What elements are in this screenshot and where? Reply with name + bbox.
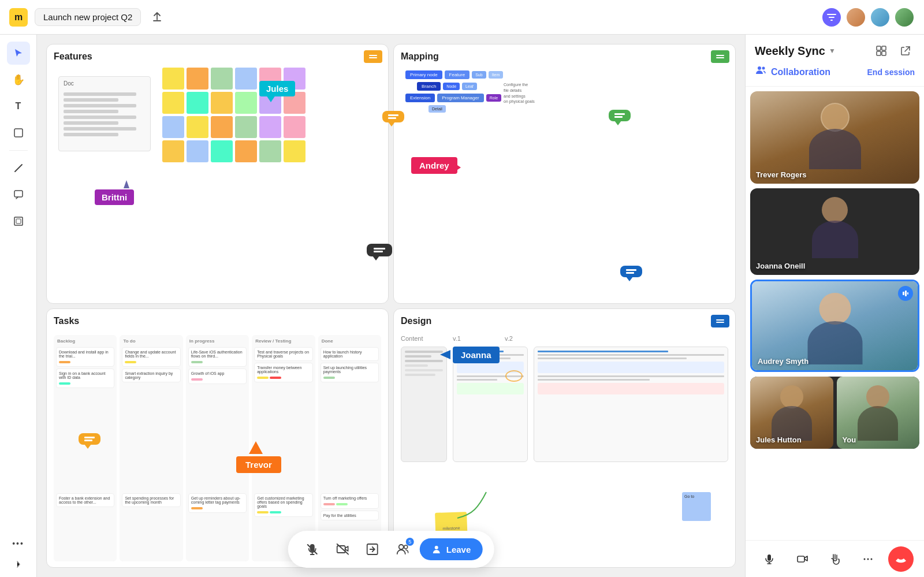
video-tile-jules: Jules Hutton (750, 377, 833, 449)
tool-sticky[interactable] (7, 121, 30, 144)
tool-text[interactable]: T (7, 95, 30, 118)
andrey-arrow-right (454, 163, 461, 172)
design-v1-label: v.1 (453, 335, 499, 342)
sticky-note (235, 92, 257, 114)
toolbar-collapse[interactable] (14, 559, 23, 570)
you-body (858, 406, 898, 441)
column-header: In progress (188, 337, 247, 345)
map-text: Configure the file details and settings … (504, 82, 561, 105)
svg-point-28 (870, 558, 872, 560)
design-sticky-blue: Go to (682, 492, 711, 521)
column-header: Review / Testing (254, 337, 312, 345)
map-node: Extension (405, 94, 435, 102)
mapping-title: Mapping (401, 51, 728, 62)
joanna-head (822, 197, 848, 223)
tool-pen[interactable] (7, 157, 30, 180)
panel-camera-button[interactable] (789, 546, 815, 572)
audrey-person (807, 293, 862, 364)
joanna-cursor: Joanna (453, 347, 500, 363)
kanban-card: Change and update account fields in the.… (122, 347, 180, 367)
trever-name: Trever Rogers (756, 170, 806, 179)
user-avatar-2[interactable] (870, 7, 891, 28)
design-title: Design (401, 316, 728, 326)
camera-button[interactable] (330, 537, 355, 562)
user-avatar-3[interactable] (894, 7, 915, 28)
bubble-tail (614, 121, 621, 125)
filter-avatar[interactable] (821, 7, 842, 28)
trevor-arrow (249, 441, 263, 454)
kanban-card: Set up launching utilities payments (321, 363, 379, 382)
design-squiggle (440, 486, 498, 521)
svg-point-19 (762, 67, 765, 70)
end-session-button[interactable]: End session (867, 68, 915, 77)
avatar-group (821, 7, 915, 28)
map-node: Feature (445, 70, 470, 79)
bubble-tail (388, 122, 395, 126)
user-avatar-1[interactable] (845, 7, 866, 28)
tool-select[interactable] (7, 42, 30, 65)
sticky-note (187, 68, 208, 90)
features-title: Features (54, 51, 381, 62)
design-section: Design Content v.1 v.2 (393, 308, 736, 568)
panel-end-call-button[interactable] (888, 546, 914, 572)
map-node: Leaf (462, 83, 477, 90)
share-button[interactable] (360, 537, 385, 562)
bubble-tail (372, 256, 379, 260)
sticky-note (211, 92, 233, 114)
column-header: To do (122, 337, 180, 345)
tasks-title: Tasks (54, 316, 381, 326)
panel-mic-button[interactable] (757, 546, 782, 572)
svg-rect-21 (905, 291, 907, 296)
jules-label: Jules (259, 81, 295, 96)
chat-bubble-3 (367, 244, 392, 256)
features-menu[interactable] (364, 50, 382, 63)
speaking-indicator (898, 286, 913, 301)
mic-button[interactable] (300, 537, 325, 562)
design-v1-col (453, 347, 528, 462)
kanban-card: Smart extraction inquiry by category (122, 368, 180, 382)
chat-bubble-1 (382, 111, 404, 122)
svg-point-26 (863, 558, 865, 560)
map-node: Branch (417, 82, 441, 91)
tool-frame[interactable] (7, 210, 30, 233)
joanna-name: Joanna (461, 350, 491, 360)
bubble-tail (84, 444, 91, 449)
left-toolbar: ✋ T ••• (0, 35, 37, 577)
panel-hand-button[interactable] (822, 546, 848, 572)
brittni-cursor: Brittni (95, 189, 134, 205)
svg-point-18 (758, 66, 761, 70)
joanna-label: Joanna (453, 347, 500, 363)
andrey-label: Andrey (411, 157, 457, 174)
panel-more-button[interactable] (855, 546, 881, 572)
tool-hand[interactable]: ✋ (7, 68, 30, 91)
kanban-card: Growth of iOS app (188, 368, 247, 384)
svg-rect-15 (882, 46, 886, 50)
leave-button[interactable]: Leave (420, 538, 483, 560)
design-content-col (401, 347, 447, 462)
jules-name: Jules Hutton (756, 435, 802, 444)
sticky-note (162, 140, 184, 162)
kanban-col2-1: Foster a bank extension and access to th… (54, 491, 117, 562)
participants-button[interactable]: 5 (390, 537, 415, 562)
tool-comment[interactable] (7, 183, 30, 206)
design-menu[interactable] (711, 315, 729, 327)
grid-view-button[interactable] (872, 42, 891, 60)
trevor-cursor: Trevor (236, 456, 281, 473)
mapping-menu[interactable] (711, 50, 729, 63)
bubble-tail (626, 277, 633, 281)
sticky-note (235, 116, 257, 138)
sticky-note (284, 140, 305, 162)
project-title[interactable]: Launch new project Q2 (35, 8, 141, 26)
sticky-note (211, 68, 233, 90)
dropdown-arrow-icon[interactable]: ▼ (829, 47, 836, 55)
svg-rect-17 (882, 51, 886, 55)
tool-more[interactable]: ••• (7, 532, 30, 555)
weekly-sync-title: Weekly Sync (755, 44, 825, 58)
kanban-card: Get customized marketing offers based on… (254, 493, 312, 517)
video-tile-audrey: Audrey Smyth (750, 280, 919, 372)
miro-logo[interactable]: m (9, 8, 28, 27)
external-link-button[interactable] (896, 42, 915, 60)
trevor-label: Trevor (236, 456, 281, 473)
canvas-area[interactable]: Features Doc (37, 35, 745, 577)
upload-button[interactable] (148, 8, 166, 27)
